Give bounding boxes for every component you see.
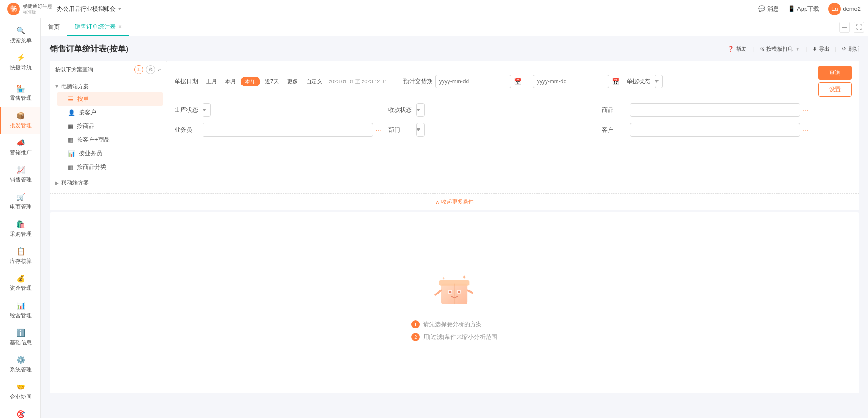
page-header: 销售订单统计表(按单) ❓ 帮助 | 🖨 按模板打印 ▼ | ⬇ [50,43,859,54]
salesman-label: 业务员 [175,126,200,134]
collapse-bar[interactable]: ∧ 收起更多条件 [50,193,859,210]
hint-1: 1 请先选择要分析的方案 [411,320,497,328]
date-btn-this-month[interactable]: 本月 [222,77,240,86]
sidebar-item-purchase[interactable]: 🛍️ 采购管理 [0,215,40,242]
date-btn-custom[interactable]: 自定义 [302,77,326,86]
scheme-category-icon: ▦ [68,164,73,171]
messages-btn[interactable]: 💬 消息 [758,5,779,13]
goods-item: 商品 ··· [602,103,808,117]
page-content: 销售订单统计表(按单) ❓ 帮助 | 🖨 按模板打印 ▼ | ⬇ [41,36,868,418]
scheme-item-by-customer-goods[interactable]: ▦ 按客户+商品 [57,133,163,147]
refresh-btn[interactable]: ↺ 刷新 [842,45,859,53]
user-menu-btn[interactable]: Ea demo2 [828,3,861,15]
collection-status-item: 收款状态 [388,103,595,117]
svg-point-5 [458,291,460,293]
tab-home[interactable]: 首页 [41,18,67,36]
scheme-collapse-btn[interactable]: « [158,66,161,73]
out-status-item: 出库状态 [175,103,381,117]
dept-select[interactable] [416,123,425,137]
scheme-mobile-group-title[interactable]: ▶ 移动端方案 [53,177,163,189]
page-title: 销售订单统计表(按单) [50,43,128,54]
collection-status-select[interactable] [416,103,425,117]
brand-text: 畅捷通好生意 标准版 [23,3,52,15]
refresh-icon: ↺ [842,46,846,52]
scheme-item-by-customer[interactable]: 👤 按客户 [57,106,163,119]
scheme-item-by-category[interactable]: ▦ 按商品分类 [57,160,163,174]
scheme-add-btn[interactable]: + [134,65,143,74]
scheme-item-by-order[interactable]: ☰ 按单 [57,92,163,106]
hint-2: 2 用[过滤]条件来缩小分析范围 [411,333,497,341]
scheme-settings-btn[interactable]: ⚙ [146,65,155,74]
customer-more-icon[interactable]: ··· [803,126,808,133]
scheme-item-by-goods[interactable]: ▦ 按商品 [57,119,163,133]
scheme-pc-group-title[interactable]: ▶ 电脑端方案 [53,81,163,92]
logo-icon: 畅 [7,3,20,15]
export-btn[interactable]: ⬇ 导出 [812,45,830,53]
goods-more-icon[interactable]: ··· [803,106,808,114]
filter-right: 单据日期 上月 本月 本年 近7天 更多 自定义 2023-01-01 至 20… [167,61,859,193]
hint-num-2: 2 [411,333,420,341]
date-btn-last-month[interactable]: 上月 [203,77,221,86]
goods-input[interactable] [630,103,800,117]
settings-btn[interactable]: 设置 [818,82,852,97]
divider3: | [835,46,836,52]
salesman-input[interactable] [203,123,373,137]
sidebar-item-wholesale[interactable]: 📦 批发管理 [0,107,40,134]
expected-date-label: 预计交货期 [403,77,433,86]
svg-point-4 [449,291,451,293]
sidebar-item-ecommerce[interactable]: 🛒 电商管理 [0,188,40,215]
tab-bar-actions: ─ ⛶ [839,22,868,33]
scheme-item-by-salesman[interactable]: 📊 按业务员 [57,147,163,160]
app-download-btn[interactable]: 📱 App下载 [788,5,819,13]
sidebar-item-sales[interactable]: 📈 销售管理 [0,161,40,188]
sidebar-item-collab[interactable]: 🤝 企业协同 [0,378,40,405]
sidebar-item-operation[interactable]: 📊 经营管理 [0,297,40,324]
tab-close-icon[interactable]: × [118,24,122,30]
svg-text:✦: ✦ [442,276,445,280]
salesman-more-icon[interactable]: ··· [376,126,381,133]
sidebar-item-guide[interactable]: 🎯 新手引导 [0,405,40,418]
calendar-from-icon[interactable]: 📅 [514,78,522,85]
sidebar-item-quick-nav[interactable]: ⚡ 快捷导航 [0,49,40,76]
tab-maximize-btn[interactable]: ⛶ [854,22,864,33]
collection-status-select-wrap [416,103,595,117]
top-bar: 畅 畅捷通好生意 标准版 办公用品行业模拟账套 ▼ 💬 消息 📱 App下载 E… [0,0,868,18]
scheme-salesman-icon: 📊 [68,150,75,157]
marketing-icon: 📣 [16,138,25,147]
print-btn[interactable]: 🖨 按模板打印 ▼ [759,45,800,53]
sidebar-item-system[interactable]: ⚙️ 系统管理 [0,351,40,378]
date-btn-7days[interactable]: 近7天 [261,77,283,86]
date-btn-this-year[interactable]: 本年 [241,77,260,86]
sidebar-item-marketing[interactable]: 📣 营销推广 [0,134,40,161]
operation-icon: 📊 [16,301,25,310]
wholesale-icon: 📦 [16,111,25,120]
tab-sales-order-stats[interactable]: 销售订单统计表 × [67,18,129,36]
filter-layout: 按以下方案查询 + ⚙ « ▶ 电脑端方案 [50,61,859,193]
calendar-to-icon[interactable]: 📅 [612,78,619,85]
query-btn[interactable]: 查询 [818,66,852,80]
filter-row-3: 业务员 ··· 部门 [175,123,852,137]
tab-minimize-btn[interactable]: ─ [839,22,850,33]
main-layout: 🔍 搜索菜单 ⚡ 快捷导航 🏪 零售管理 📦 批发管理 📣 营销推广 📈 销售管… [0,18,868,418]
date-btn-more[interactable]: 更多 [283,77,302,86]
sidebar-item-inventory[interactable]: 📋 库存核算 [0,242,40,270]
goods-label: 商品 [602,106,627,114]
scheme-pc-items: ☰ 按单 👤 按客户 ▦ 按商品 [53,92,163,174]
out-status-select[interactable] [203,103,211,117]
single-status-select[interactable] [655,75,663,88]
sidebar-item-finance[interactable]: 💰 资金管理 [0,270,40,297]
scheme-header: 按以下方案查询 + ⚙ « [50,65,167,78]
top-bar-right: 💬 消息 📱 App下载 Ea demo2 [758,3,861,15]
sidebar-item-basic-info[interactable]: ℹ️ 基础信息 [0,324,40,351]
single-status-select-wrap [655,75,808,88]
sidebar-item-search[interactable]: 🔍 搜索菜单 [0,22,40,49]
expected-date-to[interactable] [533,75,609,88]
content-area: 首页 销售订单统计表 × ─ ⛶ 销售订单统计表(按单) ❓ 帮助 [41,18,868,418]
app-dropdown[interactable]: 办公用品行业模拟账套 ▼ [57,5,122,13]
sidebar-item-retail[interactable]: 🏪 零售管理 [0,80,40,107]
customer-input[interactable] [630,123,800,137]
scheme-pc-group: ▶ 电脑端方案 ☰ 按单 👤 按客户 [50,81,167,174]
help-btn[interactable]: ❓ 帮助 [727,45,747,53]
avatar: Ea [828,3,841,15]
expected-date-from[interactable] [435,75,511,88]
